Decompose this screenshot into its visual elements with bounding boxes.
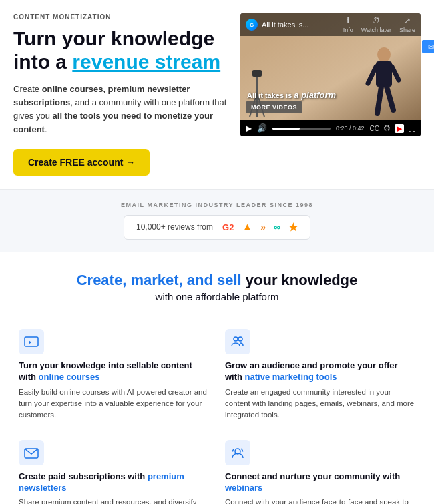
feature-icon-audience-wrap — [225, 329, 250, 354]
hero-title: Turn your knowledge into a revenue strea… — [13, 27, 230, 73]
newsletters-icon — [23, 445, 39, 461]
play-button[interactable]: ▶ — [246, 123, 252, 133]
progress-bar[interactable] — [272, 128, 331, 130]
hero-eyebrow: CONTENT MONETIZATION — [13, 13, 230, 21]
clock-icon: ⏱ — [372, 16, 380, 25]
reviews-eyebrow: EMAIL MARKETING INDUSTRY LEADER SINCE 19… — [13, 202, 421, 208]
features-subtitle: with one affordable platform — [20, 291, 414, 302]
feature-icon-newsletters — [19, 440, 44, 465]
features-header: Create, market, and sell your knowledge … — [0, 252, 434, 310]
share-icon: ↗ — [404, 16, 411, 25]
cta-button[interactable]: Create FREE account → — [13, 149, 150, 176]
feature-icon-courses-wrap — [19, 329, 44, 354]
settings-icon[interactable]: ⚙ — [383, 123, 391, 133]
svg-point-13 — [238, 337, 242, 341]
feature-accent-newsletters: premium newsletters — [19, 471, 184, 493]
hero-section: CONTENT MONETIZATION Turn your knowledge… — [0, 0, 434, 189]
video-container: All it takes is a platform MORE VIDEOS G… — [240, 13, 421, 136]
features-grid: Turn your knowledge into sellable conten… — [0, 309, 434, 504]
svg-point-0 — [377, 47, 391, 62]
info-icon: ℹ — [347, 16, 350, 25]
feature-title-audience: Grow an audience and promote your offer … — [225, 360, 415, 383]
svg-line-4 — [377, 87, 381, 113]
feature-title-newsletters: Create paid subscriptions with premium n… — [19, 471, 209, 494]
feature-accent-audience: native marketing tools — [245, 372, 337, 382]
feature-icon-courses — [19, 329, 44, 354]
video-overlay-text: All it takes is a platform — [247, 90, 336, 100]
feature-item-audience: Grow an audience and promote your offer … — [217, 320, 423, 431]
features-title-blue: Create, market, and sell — [77, 272, 242, 288]
video-controls-bar: ▶ 🔊 0:20 / 0:42 CC ⚙ ▶ ⛶ — [240, 120, 421, 136]
getapp-logo: » — [260, 222, 266, 232]
video-info-action[interactable]: ℹ Info — [343, 16, 353, 33]
feature-icon-newsletters-wrap — [19, 440, 44, 465]
features-title-rest: your knowledge — [242, 272, 358, 288]
svg-rect-1 — [376, 61, 392, 87]
hero-video-panel: All it takes is a platform MORE VIDEOS G… — [240, 13, 421, 136]
courses-icon — [23, 334, 39, 350]
time-display: 0:20 / 0:42 — [336, 125, 365, 132]
feature-icon-webinars-wrap — [225, 440, 250, 465]
cc-icon[interactable]: CC — [370, 125, 379, 132]
video-ctrl-icons: CC ⚙ ▶ ⛶ — [370, 123, 415, 133]
hero-description: Create online courses, premium newslette… — [13, 83, 230, 137]
fullscreen-icon[interactable]: ⛶ — [408, 124, 415, 132]
more-videos-button[interactable]: MORE VIDEOS — [246, 101, 302, 113]
feature-accent-webinars: webinars — [225, 483, 262, 493]
g2-logo: G2 — [222, 222, 234, 232]
brand-logo-icon: G — [246, 19, 258, 31]
customerio-logo: ∞ — [274, 222, 280, 232]
feature-item-webinars: Connect and nurture your community with … — [217, 431, 423, 504]
audience-icon — [230, 334, 246, 350]
feature-desc-audience: Create an engaged community interested i… — [225, 387, 415, 421]
person-silhouette — [364, 47, 404, 120]
feature-icon-audience — [225, 329, 250, 354]
feature-accent-courses: online courses — [39, 372, 100, 382]
reviews-section: EMAIL MARKETING INDUSTRY LEADER SINCE 19… — [0, 189, 434, 252]
feature-desc-courses: Easily build online courses with AI-powe… — [19, 387, 209, 421]
feature-title-webinars: Connect and nurture your community with … — [225, 471, 415, 494]
hero-title-highlight[interactable]: revenue stream — [72, 51, 220, 73]
features-title: Create, market, and sell your knowledge — [20, 271, 414, 290]
reviews-count: 10,000+ reviews from — [136, 222, 213, 232]
video-title: All it takes is... — [262, 21, 339, 29]
capterra-logo: ▲ — [242, 221, 252, 233]
svg-rect-11 — [25, 337, 38, 346]
reviews-bar: 10,000+ reviews from G2 ▲ » ∞ ★ — [124, 215, 310, 240]
video-top-bar: G All it takes is... ℹ Info ⏱ Watch late… — [240, 13, 421, 36]
feature-desc-webinars: Connect with your audience face-to-face … — [225, 497, 415, 504]
video-top-actions: ℹ Info ⏱ Watch later ↗ Share — [343, 16, 415, 33]
trustpilot-star: ★ — [288, 221, 298, 234]
svg-line-3 — [392, 67, 399, 80]
feature-desc-newsletters: Share premium content and resources, and… — [19, 497, 209, 504]
volume-icon[interactable]: 🔊 — [257, 123, 267, 133]
review-logos: G2 ▲ » ∞ ★ — [222, 221, 298, 234]
feature-item-courses: Turn your knowledge into sellable conten… — [11, 320, 217, 431]
svg-rect-6 — [252, 70, 262, 77]
video-share-action[interactable]: ↗ Share — [399, 16, 415, 33]
svg-point-12 — [234, 337, 238, 341]
svg-line-5 — [387, 87, 393, 110]
feature-title-courses: Turn your knowledge into sellable conten… — [19, 360, 209, 383]
video-watch-later-action[interactable]: ⏱ Watch later — [361, 16, 391, 33]
mail-icon: ✉ — [422, 40, 434, 53]
progress-fill — [272, 128, 300, 130]
video-thumbnail: All it takes is a platform MORE VIDEOS G… — [240, 13, 421, 120]
hero-left-content: CONTENT MONETIZATION Turn your knowledge… — [13, 13, 230, 176]
youtube-logo: ▶ — [395, 124, 404, 133]
feature-item-newsletters: Create paid subscriptions with premium n… — [11, 431, 217, 504]
svg-line-2 — [368, 67, 376, 83]
feature-icon-webinars — [225, 440, 250, 465]
webinars-icon — [230, 445, 246, 461]
